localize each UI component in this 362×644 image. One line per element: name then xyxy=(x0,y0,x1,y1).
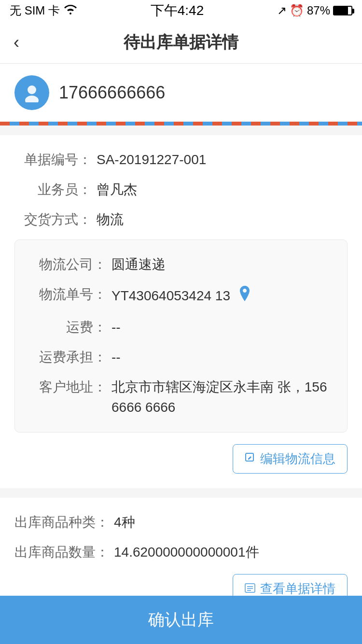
logistics-section: 物流公司： 圆通速递 物流单号： YT43064053424 13 运费： --… xyxy=(14,239,348,433)
delivery-method-row: 交货方式： 物流 xyxy=(14,210,348,230)
goods-quantity-label: 出库商品数量： xyxy=(14,542,109,562)
confirm-button-label: 确认出库 xyxy=(148,609,214,631)
logistics-company-label: 物流公司： xyxy=(29,254,107,275)
basic-info-section: 单据编号： SA-20191227-001 业务员： 曾凡杰 交货方式： 物流 … xyxy=(0,135,362,488)
freight-row: 运费： -- xyxy=(29,317,333,337)
logistics-company-value: 圆通速递 xyxy=(107,254,333,275)
salesman-value: 曾凡杰 xyxy=(92,180,348,200)
salesman-row: 业务员： 曾凡杰 xyxy=(14,180,348,200)
delivery-method-label: 交货方式： xyxy=(14,210,92,230)
address-row: 客户地址： 北京市市辖区海淀区永丰南 张，156 6666 6666 xyxy=(29,377,333,418)
avatar xyxy=(14,75,49,110)
customer-header: 17666666666 xyxy=(0,64,362,122)
alarm-icon: ⏰ xyxy=(290,4,304,17)
delivery-method-value: 物流 xyxy=(92,210,348,230)
goods-quantity-value: 14.620000000000001件 xyxy=(109,542,348,562)
status-bar-time: 下午4:42 xyxy=(151,1,204,20)
freight-bearer-row: 运费承担： -- xyxy=(29,347,333,367)
tracking-number-label: 物流单号： xyxy=(29,284,107,305)
salesman-label: 业务员： xyxy=(14,180,92,200)
freight-bearer-value: -- xyxy=(107,347,333,367)
customer-phone: 17666666666 xyxy=(59,83,165,103)
freight-bearer-label: 运费承担： xyxy=(29,347,107,367)
logistics-company-row: 物流公司： 圆通速递 xyxy=(29,254,333,275)
list-icon xyxy=(245,581,255,596)
doc-number-label: 单据编号： xyxy=(14,150,92,170)
goods-category-value: 4种 xyxy=(109,512,348,532)
confirm-button[interactable]: 确认出库 xyxy=(0,596,362,644)
view-detail-label: 查看单据详情 xyxy=(260,580,335,597)
battery-text: 87% xyxy=(307,4,330,17)
status-bar-right: ↗ ⏰ 87% xyxy=(277,4,352,17)
edit-logistics-label: 编辑物流信息 xyxy=(260,450,335,467)
battery-icon xyxy=(333,6,352,15)
back-button[interactable]: ‹ xyxy=(14,32,19,53)
doc-number-row: 单据编号： SA-20191227-001 xyxy=(14,150,348,170)
svg-point-0 xyxy=(28,85,36,94)
tracking-number-value: YT43064053424 13 xyxy=(107,284,333,308)
goods-category-row: 出库商品种类： 4种 xyxy=(14,512,348,532)
map-pin-icon[interactable] xyxy=(238,284,251,308)
edit-icon xyxy=(245,451,255,466)
page-title: 待出库单据详情 xyxy=(124,31,238,54)
edit-logistics-button-container: 编辑物流信息 xyxy=(14,444,348,474)
carrier-text: 无 SIM 卡 xyxy=(10,3,60,18)
edit-logistics-button[interactable]: 编辑物流信息 xyxy=(233,444,348,474)
location-arrow-icon: ↗ xyxy=(277,4,287,17)
freight-label: 运费： xyxy=(29,317,107,337)
doc-number-value: SA-20191227-001 xyxy=(92,150,348,170)
status-bar-left: 无 SIM 卡 xyxy=(10,3,77,18)
svg-rect-3 xyxy=(245,584,255,592)
tracking-number-row: 物流单号： YT43064053424 13 xyxy=(29,284,333,308)
freight-value: -- xyxy=(107,317,333,337)
goods-category-label: 出库商品种类： xyxy=(14,512,109,532)
nav-bar: ‹ 待出库单据详情 xyxy=(0,21,362,64)
address-value: 北京市市辖区海淀区永丰南 张，156 6666 6666 xyxy=(107,377,333,418)
wifi-icon xyxy=(64,4,77,17)
goods-quantity-row: 出库商品数量： 14.620000000000001件 xyxy=(14,542,348,562)
svg-point-1 xyxy=(25,96,39,102)
status-bar: 无 SIM 卡 下午4:42 ↗ ⏰ 87% xyxy=(0,0,362,21)
dashed-divider xyxy=(0,122,362,126)
address-label: 客户地址： xyxy=(29,377,107,397)
